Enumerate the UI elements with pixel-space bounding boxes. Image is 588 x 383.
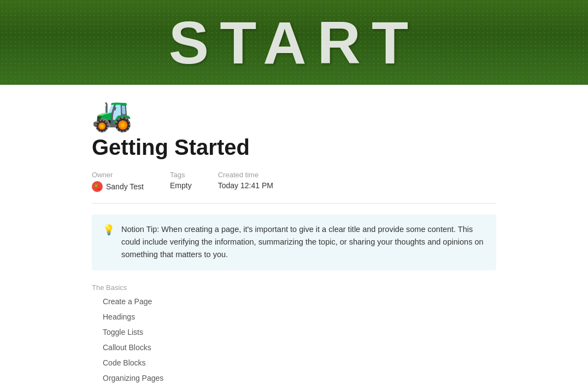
nav-link-headings[interactable]: Headings	[101, 311, 496, 322]
owner-avatar: 🍓	[92, 181, 103, 192]
owner-name: Sandy Test	[106, 182, 144, 191]
section-label-basics: The Basics	[92, 283, 127, 292]
nav-link-organizing-pages[interactable]: Organizing Pages	[101, 373, 496, 383]
owner-label: Owner	[92, 171, 144, 179]
list-item: Toggle Lists	[101, 324, 496, 340]
section-header-basics: The Basics	[92, 283, 496, 292]
list-item: Headings	[101, 309, 496, 324]
list-item: Code Blocks	[101, 355, 496, 370]
page-icon: 🚜	[92, 98, 496, 131]
callout-block: 💡 Notion Tip: When creating a page, it's…	[92, 214, 496, 270]
page-content: 🚜 Getting Started Owner 🍓 Sandy Test Tag…	[48, 98, 540, 383]
hero-banner: START	[0, 0, 588, 85]
nav-link-callout-blocks[interactable]: Callout Blocks	[101, 342, 496, 353]
list-item: Callout Blocks	[101, 340, 496, 355]
tags-value[interactable]: Empty	[170, 181, 192, 190]
callout-icon: 💡	[103, 224, 115, 236]
list-item: Organizing Pages	[101, 370, 496, 383]
hero-text: START	[169, 8, 419, 77]
created-value: Today 12:41 PM	[218, 181, 273, 190]
nav-link-toggle-lists[interactable]: Toggle Lists	[101, 327, 496, 338]
owner-value[interactable]: 🍓 Sandy Test	[92, 181, 144, 192]
list-item: Create a Page	[101, 294, 496, 309]
nav-sections: The Basics Create a Page Headings Toggle…	[92, 283, 496, 383]
callout-text: Notion Tip: When creating a page, it's i…	[121, 223, 485, 262]
tags-field: Tags Empty	[170, 171, 192, 192]
owner-field: Owner 🍓 Sandy Test	[92, 171, 144, 192]
basics-nav-list: Create a Page Headings Toggle Lists Call…	[101, 294, 496, 383]
created-label: Created time	[218, 171, 273, 179]
nav-link-code-blocks[interactable]: Code Blocks	[101, 357, 496, 368]
page-title: Getting Started	[92, 135, 496, 160]
nav-link-create-page[interactable]: Create a Page	[101, 296, 496, 307]
created-field: Created time Today 12:41 PM	[218, 171, 273, 192]
tags-label: Tags	[170, 171, 192, 179]
metadata-section: Owner 🍓 Sandy Test Tags Empty Created ti…	[92, 171, 496, 204]
